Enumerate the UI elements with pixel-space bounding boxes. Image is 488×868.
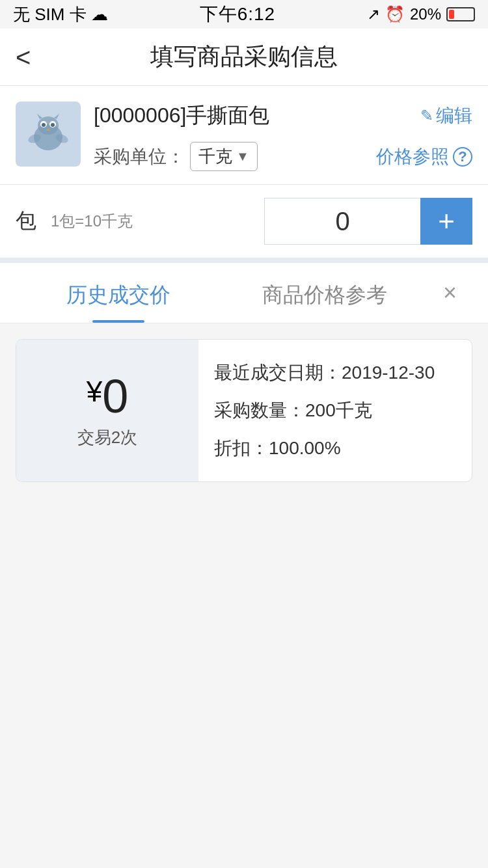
sim-status: 无 SIM 卡 ☁ — [13, 3, 108, 26]
tab-history-price[interactable]: 历史成交价 — [16, 263, 221, 323]
product-info: [0000006]手撕面包 ✎ 编辑 采购单位： 千克 ▼ 价格参照 ? — [94, 102, 472, 171]
recent-date-row: 最近成交日期：2019-12-30 — [214, 359, 456, 387]
edit-icon: ✎ — [420, 107, 433, 125]
purchase-quantity-value: 200千克 — [305, 400, 372, 420]
bottom-area — [0, 498, 488, 868]
edit-label: 编辑 — [436, 103, 472, 128]
unit-dropdown-icon: ▼ — [236, 149, 249, 164]
product-section: [0000006]手撕面包 ✎ 编辑 采购单位： 千克 ▼ 价格参照 ? — [0, 86, 488, 185]
battery-icon — [446, 7, 475, 21]
quantity-control: + — [264, 198, 472, 245]
unit-value: 千克 — [198, 145, 232, 168]
product-logo-icon — [25, 111, 71, 157]
svg-marker-8 — [54, 114, 59, 119]
tab-history-price-label: 历史成交价 — [66, 283, 170, 306]
discount-label: 折扣： — [214, 438, 269, 458]
product-name: [0000006]手撕面包 — [94, 102, 269, 130]
recent-date-label: 最近成交日期： — [214, 362, 342, 383]
price-ref-label: 价格参照 — [376, 144, 449, 169]
price-reference-button[interactable]: 价格参照 ? — [376, 144, 472, 169]
recent-date-value: 2019-12-30 — [342, 362, 435, 383]
quantity-section: 包 1包=10千克 + — [0, 185, 488, 263]
price-card: ¥ 0 交易2次 最近成交日期：2019-12-30 采购数量：200千克 折扣… — [16, 339, 472, 482]
nav-header: < 填写商品采购信息 — [0, 29, 488, 86]
purchase-quantity-row: 采购数量：200千克 — [214, 397, 456, 424]
price-card-left: ¥ 0 交易2次 — [16, 340, 198, 481]
unit-conversion-label: 1包=10千克 — [51, 211, 133, 232]
tab-product-price-ref[interactable]: 商品价格参考 — [221, 263, 427, 323]
unit-label: 采购单位： — [94, 144, 185, 169]
svg-marker-7 — [37, 114, 42, 119]
nav-icon: ↗ — [367, 5, 380, 23]
price-value: 0 — [102, 373, 128, 420]
discount-row: 折扣：100.00% — [214, 435, 456, 462]
tabs-close-button[interactable]: × — [427, 266, 472, 319]
price-ref-help-icon: ? — [453, 147, 472, 167]
tab-product-price-ref-label: 商品价格参考 — [262, 283, 387, 306]
quantity-input[interactable] — [264, 198, 420, 245]
purchase-quantity-label: 采购数量： — [214, 400, 305, 420]
page-title: 填写商品采购信息 — [150, 41, 338, 73]
edit-button[interactable]: ✎ 编辑 — [420, 103, 472, 128]
status-time: 下午6:12 — [200, 2, 276, 27]
discount-value: 100.00% — [269, 438, 341, 458]
status-bar: 无 SIM 卡 ☁ 下午6:12 ↗ ⏰ 20% — [0, 0, 488, 29]
product-thumbnail — [16, 102, 81, 167]
tab-active-indicator — [92, 320, 144, 323]
unit-select[interactable]: 千克 ▼ — [190, 142, 258, 171]
battery-percent: 20% — [410, 5, 441, 23]
tabs-section: 历史成交价 商品价格参考 × ¥ 0 交易2次 最近成交日期：2019-12-3… — [0, 263, 488, 498]
price-transactions: 交易2次 — [77, 426, 137, 449]
quantity-unit: 包 — [16, 207, 36, 236]
price-symbol: ¥ — [87, 373, 102, 410]
quantity-plus-button[interactable]: + — [420, 198, 472, 245]
price-card-right: 最近成交日期：2019-12-30 采购数量：200千克 折扣：100.00% — [198, 340, 472, 481]
status-left: 无 SIM 卡 ☁ — [13, 3, 108, 26]
alarm-icon: ⏰ — [385, 5, 405, 23]
back-button[interactable]: < — [16, 44, 31, 70]
svg-point-5 — [51, 123, 55, 127]
tabs-header: 历史成交价 商品价格参考 × — [0, 263, 488, 323]
status-right: ↗ ⏰ 20% — [367, 5, 475, 23]
price-card-section: ¥ 0 交易2次 最近成交日期：2019-12-30 采购数量：200千克 折扣… — [0, 323, 488, 498]
svg-point-4 — [42, 123, 46, 127]
